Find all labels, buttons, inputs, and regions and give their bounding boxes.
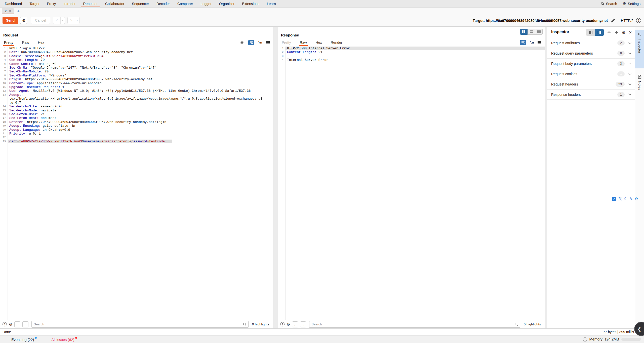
editor-line[interactable]: 7Sec-Ch-Ua-Mobile: ?0 (0, 70, 273, 73)
tab-pretty[interactable]: Pretty (281, 39, 292, 46)
ime-language-icon[interactable]: 英 (618, 196, 622, 201)
inspector-section-request-headers[interactable]: Request headers23 (547, 79, 635, 89)
history-back-button[interactable]: < ▾ (53, 17, 65, 24)
word-wrap-toggle[interactable] (248, 40, 254, 45)
ime-state-icon[interactable]: ✓ (612, 197, 616, 201)
send-button[interactable]: Send (3, 17, 18, 24)
editor-line[interactable]: 1POST /login HTTP/2 (0, 47, 273, 50)
search-settings-icon[interactable]: ⚙ (287, 322, 290, 327)
editor-line[interactable]: 11Upgrade-Insecure-Requests: 1 (0, 85, 273, 89)
history-forward-button[interactable]: > ▾ (67, 17, 79, 24)
tab-raw[interactable]: Raw (299, 39, 308, 46)
menu-item-comparer[interactable]: Comparer (174, 0, 197, 7)
editor-menu-icon[interactable] (266, 41, 270, 44)
cancel-button[interactable]: Cancel (31, 17, 50, 24)
search-prev-button[interactable]: ← (292, 321, 298, 327)
editor-line[interactable]: 12User-Agent: Mozilla/5.0 (Windows NT 10… (0, 89, 273, 93)
search-help-icon[interactable]: ? (280, 322, 285, 326)
menu-item-organizer[interactable]: Organizer (215, 0, 238, 7)
editor-line[interactable]: 5Cache-Control: max-age=0 (0, 62, 273, 66)
search-prev-button[interactable]: ← (14, 321, 20, 327)
request-search-input[interactable] (31, 321, 248, 328)
editor-line[interactable]: 20Accept-Language: zh-CN,zh;q=0.9 (0, 128, 273, 132)
drawer-tab-inspector[interactable]: Inspector (635, 30, 644, 68)
response-search-input[interactable] (309, 321, 520, 328)
word-wrap-toggle[interactable] (520, 40, 526, 45)
editor-line[interactable]: 10Content-Type: application/x-www-form-u… (0, 81, 273, 85)
menu-item-dashboard[interactable]: Dashboard (1, 0, 26, 7)
editor-line[interactable]: 17Sec-Fetch-Dest: document (0, 116, 273, 120)
ime-pen-icon[interactable]: ✎ (629, 197, 633, 201)
send-settings-button[interactable]: ⚙ (20, 17, 27, 24)
editor-line[interactable]: ;q=0.7 (0, 101, 273, 105)
editor-line[interactable]: 2Content-Length: 21 (278, 50, 545, 54)
editor-line[interactable]: 3 (278, 54, 545, 58)
editor-line[interactable]: text/html,application/xhtml+xml,applicat… (0, 97, 273, 101)
inspector-dock-left-button[interactable] (586, 29, 595, 36)
menu-item-target[interactable]: Target (26, 0, 43, 7)
forward-dropdown-icon[interactable]: ▾ (75, 17, 79, 24)
editor-line[interactable]: 6Sec-Ch-Ua: "Google Chrome";v="147", "No… (0, 66, 273, 70)
layout-single-button[interactable] (535, 29, 543, 35)
inspector-section-request-body-parameters[interactable]: Request body parameters3 (547, 58, 635, 69)
editor-line[interactable]: 13Accept: (0, 93, 273, 97)
drawer-tab-notes[interactable]: Notes (635, 72, 644, 101)
add-tab-button[interactable]: + (17, 9, 20, 14)
editor-menu-icon[interactable] (538, 41, 541, 44)
editor-line[interactable]: 4Content-Length: 79 (0, 58, 273, 62)
layout-columns-button[interactable] (520, 29, 528, 35)
session-tab-2[interactable]: 2 × (2, 8, 14, 14)
inspector-section-request-query-parameters[interactable]: Request query parameters0 (547, 48, 635, 58)
response-editor[interactable]: 1HTTP/2 500 Internal Server Error2Conten… (278, 47, 545, 320)
editor-line[interactable]: 21Priority: u=0, i (0, 132, 273, 136)
menu-item-decoder[interactable]: Decoder (153, 0, 174, 7)
editor-line[interactable]: 4Internal Server Error (278, 58, 545, 62)
ime-settings-icon[interactable]: ⚙ (635, 197, 638, 201)
editor-line[interactable]: 9Origin: https://0a6700900468942080fd94e… (0, 77, 273, 81)
editor-line[interactable]: 18Referer: https://0a6700900468942080fd9… (0, 120, 273, 124)
layout-rows-button[interactable] (528, 29, 535, 35)
editor-line[interactable]: 2Host: 0a6700900468942080fd94ec006f0057.… (0, 50, 273, 54)
protocol-label[interactable]: HTTP/2 (621, 19, 633, 23)
tab-pretty[interactable]: Pretty (3, 39, 14, 46)
tab-render[interactable]: Render (330, 39, 343, 46)
ime-mode-icon[interactable]: ☾ (624, 197, 627, 201)
editor-line[interactable]: 15Sec-Fetch-Mode: navigate (0, 109, 273, 112)
menu-item-proxy[interactable]: Proxy (43, 0, 60, 7)
inspector-section-request-attributes[interactable]: Request attributes2 (547, 38, 635, 48)
panel-splitter[interactable] (545, 27, 547, 328)
close-tab-icon[interactable]: × (9, 10, 11, 13)
inspector-section-request-cookies[interactable]: Request cookies1 (547, 69, 635, 79)
request-editor[interactable]: 1POST /login HTTP/22Host: 0a670090046894… (0, 47, 273, 320)
search-next-button[interactable]: → (300, 321, 306, 327)
tab-raw[interactable]: Raw (21, 39, 30, 46)
show-newlines-toggle[interactable]: \n (258, 41, 262, 45)
search-help-icon[interactable]: ? (3, 322, 7, 326)
tab-hex[interactable]: Hex (315, 39, 323, 46)
editor-line[interactable]: 19Accept-Encoding: gzip, deflate, br (0, 124, 273, 128)
menu-item-sequencer[interactable]: Sequencer (128, 0, 153, 7)
edit-pencil-icon[interactable] (611, 18, 615, 23)
editor-line[interactable]: 8Sec-Ch-Ua-Platform: "Windows" (0, 74, 273, 77)
inspector-section-response-headers[interactable]: Response headers1 (547, 89, 635, 100)
menu-item-repeater[interactable]: Repeater (79, 0, 101, 7)
info-icon[interactable]: i (583, 337, 587, 341)
editor-line[interactable]: 23csrf=fAUUPbRa2TaV8nWFNSxRGI12atFIWyW3&… (0, 140, 273, 143)
editor-line[interactable]: 1HTTP/2 500 Internal Server Error (278, 47, 545, 50)
search-settings-icon[interactable]: ⚙ (9, 322, 12, 327)
editor-line[interactable]: 3Cookie: session=jcOfi3w9cri48ssOKKfMf1k… (0, 54, 273, 58)
inspector-dock-right-button[interactable] (595, 29, 604, 36)
back-dropdown-icon[interactable]: ▾ (60, 17, 65, 24)
show-newlines-toggle[interactable]: \n (530, 41, 534, 45)
menu-item-extensions[interactable]: Extensions (238, 0, 263, 7)
all-issues-link[interactable]: All issues (62) (51, 337, 77, 342)
panel-splitter[interactable] (273, 27, 278, 328)
menu-item-collaborator[interactable]: Collaborator (101, 0, 128, 7)
hide-nonprinting-icon[interactable] (239, 40, 245, 45)
inspector-settings-icon[interactable]: ⚙ (622, 30, 625, 35)
expand-all-icon[interactable] (607, 30, 611, 35)
search-next-button[interactable]: → (22, 321, 28, 327)
event-log-link[interactable]: Event log (22) (11, 337, 37, 342)
tab-hex[interactable]: Hex (37, 39, 45, 46)
editor-line[interactable]: 14Sec-Fetch-Site: same-origin (0, 105, 273, 108)
